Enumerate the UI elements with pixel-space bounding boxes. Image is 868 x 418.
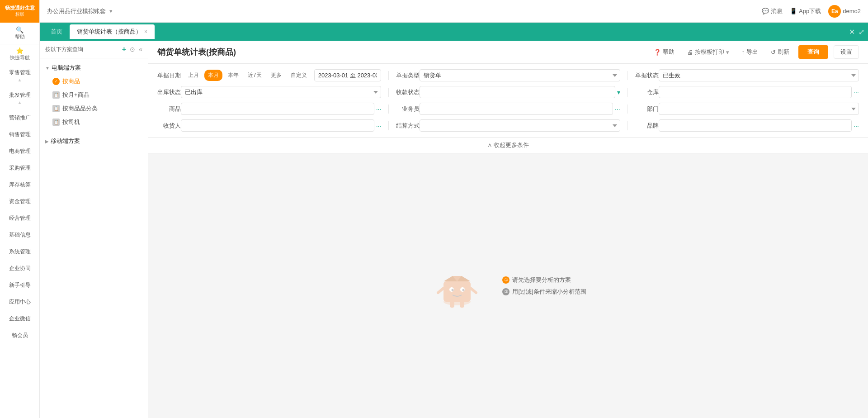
sidebar-item-批发管理[interactable]: 批发管理▲ xyxy=(0,87,39,109)
goods-dots[interactable]: ··· xyxy=(376,105,382,113)
sidebar-item-采购管理[interactable]: 采购管理 xyxy=(0,160,39,176)
date-range-input[interactable] xyxy=(314,69,382,81)
date-btn-this-year[interactable]: 本年 xyxy=(224,70,242,81)
search-menu[interactable]: 🔍 帮助 xyxy=(0,23,39,44)
window-close-icon[interactable]: ✕ xyxy=(849,28,855,36)
divider-4 xyxy=(627,88,628,97)
svg-rect-9 xyxy=(460,300,464,308)
add-scheme-icon[interactable]: + xyxy=(122,45,126,53)
sidebar-item-label: 畅会员 xyxy=(12,332,28,339)
help-button[interactable]: ❓ 帮助 xyxy=(650,46,678,58)
right-panel: 销货单统计表(按商品) ❓ 帮助 🖨 按模板打印 ▾ ↑ 导出 xyxy=(148,41,868,418)
salesman-dots[interactable]: ··· xyxy=(615,105,620,113)
date-btn-7days[interactable]: 近7天 xyxy=(244,70,265,81)
divider-2 xyxy=(627,71,628,80)
export-label: 导出 xyxy=(746,48,758,56)
sidebar-item-资金管理[interactable]: 资金管理 xyxy=(0,193,39,210)
receiver-dots[interactable]: ··· xyxy=(376,122,382,129)
settings-button[interactable]: 设置 xyxy=(834,45,859,59)
warehouse-dots[interactable]: ··· xyxy=(854,89,859,96)
sidebar-item-零售管理[interactable]: 零售管理▲ xyxy=(0,64,39,87)
help-icon: ❓ xyxy=(654,49,661,56)
sidebar-item-库存核算[interactable]: 库存核算 xyxy=(0,176,39,193)
scheme-group-mobile-label: 移动端方案 xyxy=(51,137,80,145)
sidebar-item-新手引导[interactable]: 新手引导 xyxy=(0,277,39,294)
header-dropdown-icon[interactable]: ▾ xyxy=(109,8,113,14)
scheme-group-mobile-title[interactable]: ▶ 移动端方案 xyxy=(40,134,148,148)
filter-salesman: 业务员 ··· xyxy=(396,103,620,115)
sidebar-item-企业协同[interactable]: 企业协同 xyxy=(0,260,39,277)
left-panel-title: 按以下方案查询 xyxy=(45,46,83,53)
sidebar-item-营销推广[interactable]: 营销推广 xyxy=(0,109,39,126)
filter-goods: 商品 ··· xyxy=(157,103,381,115)
warehouse-input[interactable] xyxy=(659,86,852,98)
app-download-button[interactable]: 📱 App下载 xyxy=(790,7,821,15)
user-menu[interactable]: Ea demo2 xyxy=(828,5,861,18)
tab-active[interactable]: 销货单统计表（按商品） × xyxy=(70,24,155,39)
sidebar-item-label: 营销推广 xyxy=(9,114,31,122)
brand-input[interactable] xyxy=(659,119,852,132)
scheme-item-by-month-goods[interactable]: 📋 按月+商品 xyxy=(40,88,148,102)
avatar: Ea xyxy=(828,5,841,18)
out-status-select[interactable]: 已出库 xyxy=(181,86,381,98)
tip-text-2: 用[过滤]条件来缩小分析范围 xyxy=(512,288,586,296)
recv-status-input[interactable] xyxy=(420,86,615,98)
refresh-button[interactable]: ↺ 刷新 xyxy=(767,46,793,58)
salesman-input[interactable] xyxy=(420,103,613,115)
dept-select[interactable] xyxy=(659,103,859,115)
sidebar-item-畅会员[interactable]: 畅会员 xyxy=(0,327,39,344)
print-button[interactable]: 🖨 按模板打印 ▾ xyxy=(684,46,733,58)
tab-active-label: 销货单统计表（按商品） xyxy=(77,28,142,36)
tab-close-icon[interactable]: × xyxy=(144,28,147,35)
scheme-group-pc-title[interactable]: ▼ 电脑端方案 xyxy=(40,61,148,75)
export-button[interactable]: ↑ 导出 xyxy=(738,46,762,58)
tip-num-1: ① xyxy=(502,276,509,284)
recv-status-dots[interactable]: ▾ xyxy=(617,89,620,96)
logo-text: 畅捷通好生意 xyxy=(5,5,35,11)
scheme-item-by-goods[interactable]: ✓ 按商品 xyxy=(40,75,148,88)
sidebar-item-电商管理[interactable]: 电商管理 xyxy=(0,143,39,160)
query-button[interactable]: 查询 xyxy=(798,45,828,59)
date-btn-last-month[interactable]: 上月 xyxy=(184,70,203,81)
tab-home-label: 首页 xyxy=(51,28,62,36)
divider-3 xyxy=(388,88,389,97)
filter-row-1: 单据日期 上月 本月 本年 近7天 更多 自定义 xyxy=(157,69,859,81)
goods-label: 商品 xyxy=(157,105,181,113)
receiver-input[interactable] xyxy=(181,119,374,132)
message-button[interactable]: 💬 消息 xyxy=(762,7,783,15)
payment-select[interactable] xyxy=(420,119,620,132)
empty-tip-2: ② 用[过滤]条件来缩小分析范围 xyxy=(502,288,586,296)
window-maximize-icon[interactable]: ⤢ xyxy=(859,28,864,36)
sidebar-item-企业微信[interactable]: 企业微信 xyxy=(0,310,39,327)
brand-dots[interactable]: ··· xyxy=(854,122,859,129)
scheme-item-by-driver[interactable]: 📋 按司机 xyxy=(40,115,148,129)
export-icon: ↑ xyxy=(742,49,745,56)
date-btn-this-month[interactable]: 本月 xyxy=(204,70,222,81)
left-panel: 按以下方案查询 + ⊙ « ▼ 电脑端方案 ✓ 按商品 📋 xyxy=(40,41,148,418)
date-btn-more[interactable]: 更多 xyxy=(267,70,285,81)
settings-scheme-icon[interactable]: ⊙ xyxy=(130,46,135,53)
print-arrow-icon: ▾ xyxy=(726,49,729,56)
sidebar-item-label: 库存核算 xyxy=(9,181,31,189)
collapse-more-button[interactable]: ∧ 收起更多条件 xyxy=(148,138,868,153)
sidebar-item-应用中心[interactable]: 应用中心 xyxy=(0,294,39,310)
doc-status-label: 单据状态 xyxy=(635,71,659,80)
date-btn-custom[interactable]: 自定义 xyxy=(287,70,311,81)
empty-illustration xyxy=(430,259,484,313)
doc-type-select[interactable]: 销货单 xyxy=(420,69,620,81)
divider-5 xyxy=(388,104,389,114)
sidebar-item-经营管理[interactable]: 经营管理 xyxy=(0,210,39,227)
collapse-panel-icon[interactable]: « xyxy=(139,46,142,53)
quick-nav[interactable]: ⭐ 快捷导航 xyxy=(0,44,39,64)
page-title: 销货单统计表(按商品) xyxy=(157,47,236,57)
tab-home[interactable]: 首页 xyxy=(43,24,70,39)
app-icon: 📱 xyxy=(790,8,797,14)
scheme-item-by-category[interactable]: 📋 按商品品分类 xyxy=(40,102,148,115)
scheme-icon-driver: 📋 xyxy=(52,119,60,126)
sidebar-item-销售管理[interactable]: 销售管理 xyxy=(0,126,39,143)
sidebar-item-基础信息[interactable]: 基础信息 xyxy=(0,227,39,243)
goods-input[interactable] xyxy=(181,103,374,115)
doc-status-select[interactable]: 已生效 xyxy=(659,69,859,81)
sidebar-item-系统管理[interactable]: 系统管理 xyxy=(0,243,39,260)
divider-1 xyxy=(388,71,389,80)
